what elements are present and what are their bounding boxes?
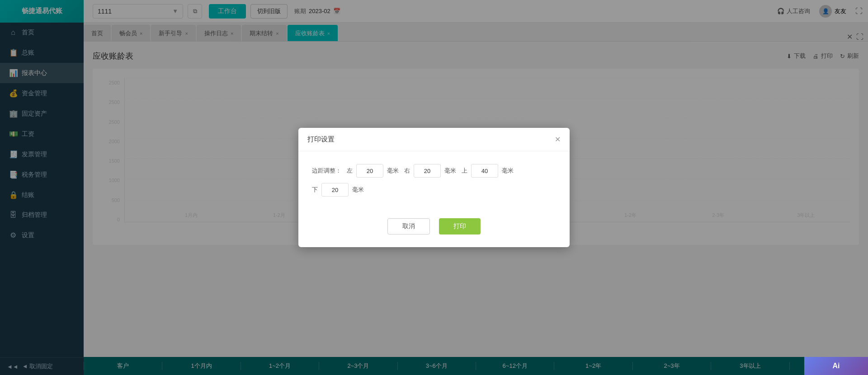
dialog-footer: 取消 打印: [298, 209, 570, 247]
left-label: 左: [347, 167, 353, 175]
cancel-button[interactable]: 取消: [387, 218, 430, 234]
left-unit: 毫米: [387, 167, 399, 175]
top-label: 上: [462, 167, 467, 175]
bottom-unit: 毫米: [352, 186, 364, 194]
top-margin-input[interactable]: [471, 164, 498, 178]
dialog-body: 边距调整： 左 毫米 右 毫米 上 毫米 下: [298, 151, 570, 209]
right-margin-input[interactable]: [414, 164, 441, 178]
dialog-close-button[interactable]: ✕: [555, 135, 561, 144]
ai-badge[interactable]: Ai: [804, 357, 868, 375]
margin-label: 边距调整：: [312, 167, 341, 175]
print-confirm-button[interactable]: 打印: [439, 218, 481, 234]
dialog-header: 打印设置 ✕: [298, 128, 570, 151]
left-margin-input[interactable]: [356, 164, 383, 178]
bottom-margin-input[interactable]: [321, 183, 349, 197]
ai-label: Ai: [833, 362, 840, 370]
dialog-title: 打印设置: [307, 135, 335, 144]
left-margin-group: 左 毫米: [347, 164, 399, 178]
right-margin-group: 右 毫米: [404, 164, 456, 178]
bottom-margin-group: 下 毫米: [312, 183, 364, 197]
top-unit: 毫米: [502, 167, 514, 175]
right-unit: 毫米: [444, 167, 456, 175]
top-margin-group: 上 毫米: [462, 164, 514, 178]
margin-form-row: 边距调整： 左 毫米 右 毫米 上 毫米 下: [312, 164, 556, 197]
bottom-label: 下: [312, 186, 318, 194]
right-label: 右: [404, 167, 410, 175]
modal-overlay: 打印设置 ✕ 边距调整： 左 毫米 右 毫米 上 毫米: [0, 0, 868, 375]
print-settings-dialog: 打印设置 ✕ 边距调整： 左 毫米 右 毫米 上 毫米: [298, 128, 570, 247]
